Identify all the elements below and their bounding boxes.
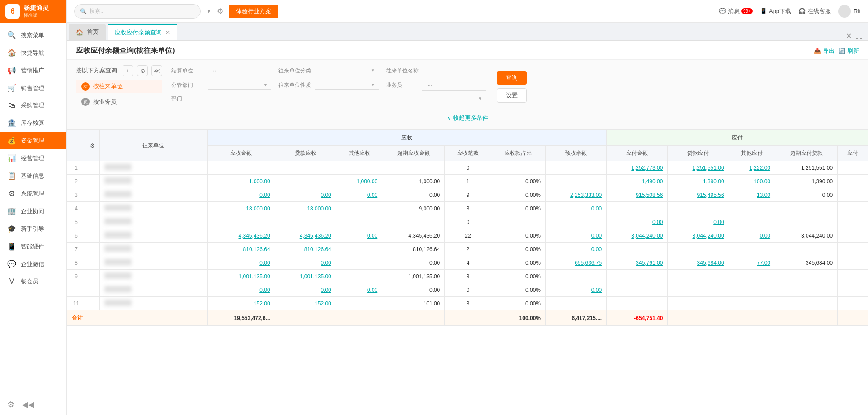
user-area[interactable]: Rit: [838, 5, 861, 18]
table-link[interactable]: 4,345,436.20: [300, 233, 331, 239]
sidebar-item-sales[interactable]: 🛒 销售管理: [0, 79, 66, 97]
tab-ar-ap[interactable]: 应收应付余额查询 ✕: [108, 24, 177, 40]
table-link[interactable]: 0.00: [321, 287, 331, 293]
table-link[interactable]: 77.00: [757, 260, 770, 266]
salesperson-input[interactable]: ···: [422, 80, 486, 91]
table-link[interactable]: 152.00: [315, 301, 331, 307]
table-link[interactable]: 0.00: [259, 260, 270, 266]
table-link[interactable]: 1,001,135.00: [300, 273, 331, 280]
th-贷款应收: 贷款应收: [275, 146, 336, 161]
table-link[interactable]: 0.00: [367, 192, 377, 198]
table-link[interactable]: 1,000.00: [357, 178, 378, 185]
table-link[interactable]: 810,126.64: [304, 246, 331, 253]
sidebar-item-enterprise[interactable]: 🏢 企业协同: [0, 202, 66, 220]
tab-close-icon[interactable]: ✕: [165, 29, 170, 36]
topbar-chevron[interactable]: ▼: [206, 8, 212, 14]
sidebar-item-warehouse[interactable]: 🏦 库存核算: [0, 114, 66, 132]
export-btn[interactable]: 📤 导出: [814, 47, 835, 55]
table-link[interactable]: 810,126.64: [243, 246, 270, 253]
table-link[interactable]: 1,390.00: [703, 178, 724, 185]
settings-footer-icon[interactable]: ⚙: [7, 400, 14, 410]
refresh-btn[interactable]: 🔄 刷新: [838, 47, 859, 55]
query-btn[interactable]: 查询: [497, 71, 527, 85]
settings-filter-btn[interactable]: ⊙: [137, 65, 148, 76]
sidebar-item-finance[interactable]: 💰 资金管理: [0, 132, 66, 149]
table-link[interactable]: 0.00: [259, 287, 270, 293]
sidebar-item-hardware[interactable]: 📱 智能硬件: [0, 238, 66, 255]
table-cell: [207, 215, 275, 229]
table-link[interactable]: 655,636.75: [575, 260, 602, 266]
table-link[interactable]: 0.00: [713, 219, 724, 225]
partner-nature-input[interactable]: ▼: [315, 81, 378, 90]
online-service-btn[interactable]: 🎧 在线客服: [798, 7, 831, 15]
table-link[interactable]: 1,000.00: [249, 178, 270, 185]
table-link[interactable]: 3,044,240.00: [631, 233, 663, 239]
download-icon: 📱: [760, 8, 767, 14]
sidebar-item-purchase[interactable]: 🛍 采购管理: [0, 97, 66, 114]
tab-home[interactable]: 🏠 首页: [69, 24, 106, 40]
table-link[interactable]: 0.00: [367, 287, 377, 293]
table-link[interactable]: 100.00: [754, 178, 770, 185]
topbar-search[interactable]: 🔍 搜索...: [74, 4, 201, 19]
table-link[interactable]: 345,761.00: [636, 260, 663, 266]
th-settings[interactable]: ⚙: [85, 130, 100, 161]
table-link[interactable]: 0.00: [591, 205, 602, 212]
table-link[interactable]: 0.00: [652, 219, 663, 225]
table-link[interactable]: 915,508.56: [636, 192, 663, 198]
table-link[interactable]: 0.00: [321, 192, 331, 198]
table-settings-icon[interactable]: ⚙: [90, 143, 95, 149]
window-expand-icon[interactable]: ⛶: [855, 32, 863, 40]
sidebar-item-system[interactable]: ⚙ 系统管理: [0, 185, 66, 202]
settings-btn[interactable]: 设置: [497, 88, 527, 103]
table-link[interactable]: 1,222.00: [749, 165, 770, 171]
partner-category-input[interactable]: ▼: [315, 66, 378, 75]
table-link[interactable]: 3,044,240.00: [693, 233, 724, 239]
table-cell: 4: [445, 256, 491, 270]
finance-icon: 💰: [7, 136, 16, 145]
table-link[interactable]: 18,000.00: [307, 205, 331, 212]
app-download-btn[interactable]: 📱 App下载: [760, 7, 791, 15]
settlement-unit-input[interactable]: ···: [208, 65, 271, 76]
table-link[interactable]: 18,000.00: [246, 205, 270, 212]
supervisor-dept-input[interactable]: ▼: [208, 81, 271, 90]
table-link[interactable]: 0.00: [591, 287, 602, 293]
sidebar-item-wechat[interactable]: 💬 企业微信: [0, 255, 66, 273]
industry-btn[interactable]: 体验行业方案: [229, 5, 278, 18]
table-link[interactable]: 13.00: [757, 192, 770, 198]
table-link[interactable]: 0.00: [259, 192, 270, 198]
collapse-btn[interactable]: ∧ 收起更多条件: [76, 112, 859, 124]
filter-option-partner[interactable]: 友 按往来单位: [76, 80, 162, 93]
department-input[interactable]: ▼: [208, 94, 486, 103]
table-cell: 2: [67, 175, 85, 188]
messages-btn[interactable]: 💬 消息 99+: [719, 7, 753, 15]
table-link[interactable]: 0.00: [760, 233, 770, 239]
window-close-icon[interactable]: ✕: [846, 32, 852, 40]
table-link[interactable]: 2,153,333.00: [570, 192, 602, 198]
collapse-icon[interactable]: ◀◀: [22, 400, 34, 410]
table-link[interactable]: 0.00: [367, 233, 377, 239]
sidebar-item-search[interactable]: 🔍 搜索菜单: [0, 26, 66, 44]
table-cell: [336, 243, 382, 256]
sidebar-item-guide[interactable]: 🎓 新手引导: [0, 220, 66, 238]
table-link[interactable]: 4,345,436.20: [239, 233, 270, 239]
table-link[interactable]: 1,001,135.00: [239, 273, 270, 280]
add-filter-btn[interactable]: +: [123, 65, 133, 76]
sidebar-item-quick[interactable]: 🏠 快捷导航: [0, 44, 66, 62]
gear-icon[interactable]: ⚙: [217, 7, 223, 15]
table-link[interactable]: 0.00: [591, 246, 602, 253]
sidebar-item-marketing[interactable]: 📢 营销推广: [0, 62, 66, 79]
collapse-filter-btn[interactable]: ≪: [151, 65, 162, 76]
basic-icon: 📋: [7, 172, 16, 180]
table-link[interactable]: 345,684.00: [697, 260, 724, 266]
table-link[interactable]: 152.00: [254, 301, 270, 307]
sidebar-item-vip[interactable]: V 畅会员: [0, 273, 66, 290]
table-link[interactable]: 1,490.00: [642, 178, 663, 185]
sidebar-item-basic[interactable]: 📋 基础信息: [0, 167, 66, 185]
table-link[interactable]: 1,252,773.00: [631, 165, 663, 171]
table-link[interactable]: 1,251,551.00: [693, 165, 724, 171]
table-link[interactable]: 0.00: [321, 260, 331, 266]
table-link[interactable]: 0.00: [591, 233, 602, 239]
sidebar-item-mgmt[interactable]: 📊 经营管理: [0, 149, 66, 167]
table-link[interactable]: 915,495.56: [697, 192, 724, 198]
filter-option-salesperson[interactable]: 员 按业务员: [76, 95, 162, 109]
